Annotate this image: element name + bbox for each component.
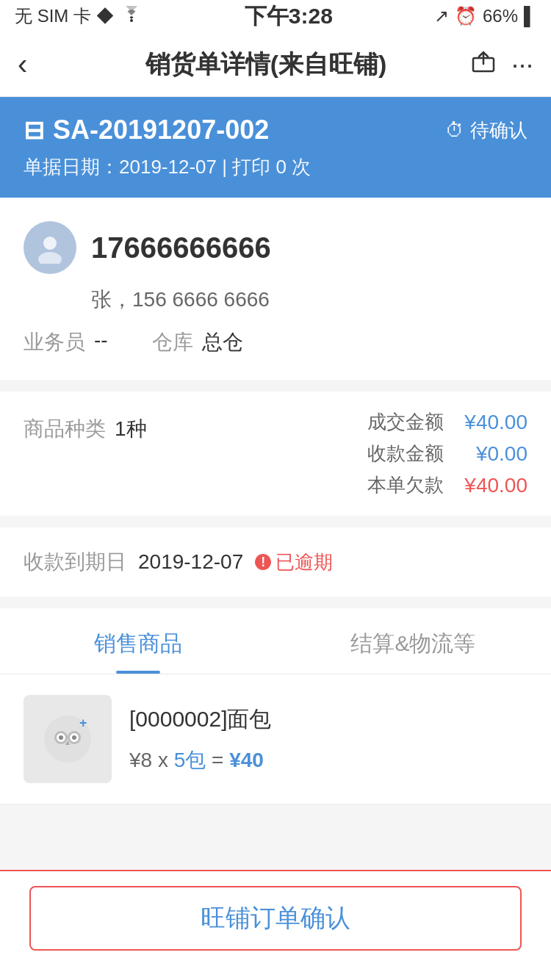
bottom-bar: 旺铺订单确认 bbox=[0, 870, 551, 980]
nav-actions: ··· bbox=[470, 48, 533, 81]
warehouse-value: 总仓 bbox=[202, 328, 243, 356]
summary-right: 成交金额 ¥40.00 收款金额 ¥0.00 本单欠款 ¥40.00 bbox=[367, 409, 527, 498]
overdue-icon: ! bbox=[255, 554, 271, 570]
svg-point-3 bbox=[38, 252, 62, 264]
more-button[interactable]: ··· bbox=[511, 49, 533, 80]
nav-bar: ‹ 销货单详情(来自旺铺) ··· bbox=[0, 32, 551, 97]
tab-products[interactable]: 销售商品 bbox=[0, 608, 276, 674]
overdue-badge: ! 已逾期 bbox=[255, 550, 333, 575]
customer-meta: 业务员 -- 仓库 总仓 bbox=[24, 328, 527, 356]
due-card: 收款到期日 2019-12-07 ! 已逾期 bbox=[0, 527, 551, 597]
svg-point-2 bbox=[43, 237, 57, 250]
product-name: [0000002]面包 bbox=[129, 705, 527, 735]
table-row: + [0000002]面包 ¥8 x 5包 = ¥40 bbox=[0, 674, 551, 804]
battery-level: 66% bbox=[483, 6, 518, 26]
price-base: ¥8 bbox=[129, 749, 152, 771]
arrears-value: ¥40.00 bbox=[461, 474, 527, 497]
location-icon: ↗ bbox=[434, 6, 449, 26]
arrears-label: 本单欠款 bbox=[367, 472, 444, 498]
back-button[interactable]: ‹ bbox=[18, 48, 62, 81]
page-title: 销货单详情(来自旺铺) bbox=[62, 48, 470, 82]
product-list: + [0000002]面包 ¥8 x 5包 = ¥40 bbox=[0, 674, 551, 804]
multiply-sign: x bbox=[158, 749, 174, 771]
order-id: ⊟ SA-20191207-002 bbox=[24, 115, 269, 145]
due-label: 收款到期日 bbox=[24, 548, 126, 576]
svg-point-10 bbox=[72, 735, 76, 740]
summary-card: 商品种类 1种 成交金额 ¥40.00 收款金额 ¥0.00 本单欠款 ¥40.… bbox=[0, 392, 551, 516]
status-time: 下午3:28 bbox=[245, 1, 333, 32]
deal-label: 成交金额 bbox=[367, 409, 444, 435]
avatar bbox=[24, 221, 76, 274]
warehouse-label: 仓库 bbox=[152, 328, 193, 356]
order-meta: 单据日期：2019-12-07 | 打印 0 次 bbox=[24, 154, 527, 180]
type-label: 商品种类 bbox=[24, 415, 106, 443]
share-button[interactable] bbox=[470, 48, 497, 81]
due-date: 2019-12-07 bbox=[138, 550, 243, 574]
status-bar: 无 SIM 卡 ◆ 下午3:28 ↗ ⏰ 66% ▌ bbox=[0, 0, 551, 32]
order-icon: ⊟ bbox=[24, 115, 44, 145]
price-qty: 5包 bbox=[174, 749, 206, 771]
receipt-label: 收款金额 bbox=[367, 441, 444, 466]
product-info: [0000002]面包 ¥8 x 5包 = ¥40 bbox=[129, 705, 527, 774]
type-value: 1种 bbox=[115, 415, 147, 443]
clock-icon: ⏱ bbox=[445, 119, 464, 142]
tab-settlement[interactable]: 结算&物流等 bbox=[276, 608, 551, 674]
product-price: ¥8 x 5包 = ¥40 bbox=[129, 746, 527, 774]
wifi-icon bbox=[120, 6, 143, 26]
receipt-value: ¥0.00 bbox=[461, 442, 527, 466]
deal-value: ¥40.00 bbox=[461, 411, 527, 434]
confirm-order-button[interactable]: 旺铺订单确认 bbox=[29, 886, 522, 951]
salesperson-value: -- bbox=[94, 328, 108, 356]
overdue-text: 已逾期 bbox=[276, 550, 333, 575]
svg-text:+: + bbox=[79, 716, 87, 730]
status-left: 无 SIM 卡 ◆ bbox=[15, 4, 143, 28]
status-right: ↗ ⏰ 66% ▌ bbox=[434, 6, 536, 26]
svg-point-9 bbox=[59, 735, 63, 740]
tabs: 销售商品 结算&物流等 bbox=[0, 608, 551, 674]
alarm-icon: ⏰ bbox=[455, 6, 477, 26]
equals-sign: = bbox=[212, 749, 229, 771]
order-header: ⊟ SA-20191207-002 ⏱ 待确认 单据日期：2019-12-07 … bbox=[0, 97, 551, 198]
product-thumbnail: + bbox=[24, 695, 112, 783]
order-status: ⏱ 待确认 bbox=[445, 118, 527, 143]
price-total: ¥40 bbox=[229, 749, 264, 771]
svg-point-0 bbox=[130, 19, 133, 22]
customer-card: 17666666666 张，156 6666 6666 业务员 -- 仓库 总仓 bbox=[0, 198, 551, 380]
customer-phone: 17666666666 bbox=[91, 231, 271, 264]
customer-name: 张，156 6666 6666 bbox=[24, 286, 527, 314]
sim-status: 无 SIM 卡 ◆ bbox=[15, 4, 114, 28]
battery-icon: ▌ bbox=[524, 6, 536, 26]
salesperson-label: 业务员 bbox=[24, 328, 85, 356]
